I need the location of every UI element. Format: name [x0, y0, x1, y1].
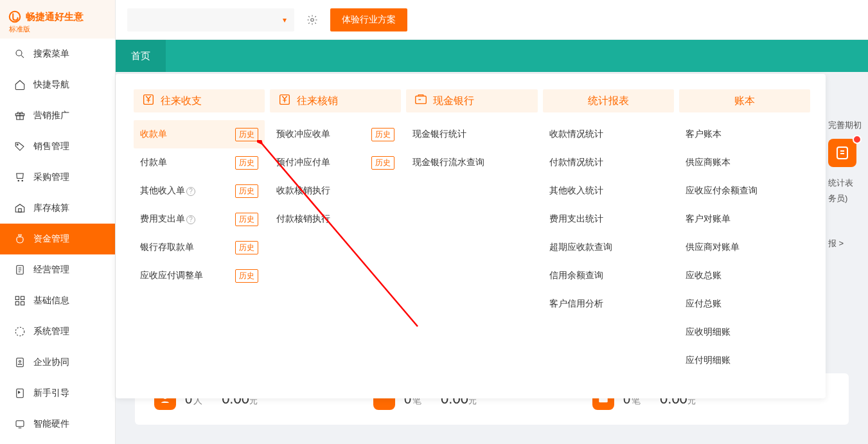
- mega-item-label: 应收总账: [686, 270, 722, 281]
- mega-item-label: 客户信用分析: [549, 298, 603, 310]
- mega-menu-item[interactable]: 银行存取款单历史: [134, 233, 265, 262]
- mega-menu-item[interactable]: 供应商对账单: [679, 233, 810, 262]
- mega-menu-item[interactable]: 收款单历史: [134, 120, 265, 148]
- help-icon[interactable]: ?: [186, 215, 195, 224]
- nav-quick-nav[interactable]: 快捷导航: [0, 69, 115, 100]
- right-float-area: 完善期初 统计表 务员) 报 >: [826, 116, 868, 253]
- mega-menu-item[interactable]: 收款核销执行: [270, 177, 401, 205]
- history-button[interactable]: 历史: [371, 128, 394, 141]
- float-tip-3[interactable]: 报 >: [826, 234, 868, 253]
- nav-hardware[interactable]: 智能硬件: [0, 409, 115, 440]
- grid-icon: [14, 295, 26, 306]
- mega-column: 统计报表收款情况统计付款情况统计其他收入统计费用支出统计超期应收款查询信用余额查…: [540, 89, 677, 383]
- mega-item-label: 其他收入统计: [549, 185, 603, 197]
- mega-menu-item[interactable]: 现金银行统计: [406, 120, 537, 148]
- mega-menu-item[interactable]: 付款核销执行: [270, 205, 401, 233]
- mega-menu-item[interactable]: 付款单历史: [134, 148, 265, 177]
- mega-header-text: 往来核销: [297, 94, 338, 108]
- mega-item-label: 付款情况统计: [549, 157, 603, 168]
- mega-header-icon: [414, 93, 428, 109]
- gear-icon: [306, 14, 318, 26]
- mega-menu-item[interactable]: 客户信用分析: [543, 290, 674, 318]
- mega-menu-item[interactable]: 付款情况统计: [543, 148, 674, 177]
- mega-menu-item[interactable]: 其他收入单?历史: [134, 177, 265, 205]
- svg-point-11: [15, 327, 24, 336]
- svg-point-4: [17, 144, 18, 145]
- history-button[interactable]: 历史: [235, 156, 258, 170]
- mega-menu-item[interactable]: 超期应收款查询: [543, 233, 674, 262]
- svg-point-13: [19, 360, 21, 362]
- nav-search-menu[interactable]: 搜索菜单: [0, 39, 115, 69]
- help-icon[interactable]: ?: [186, 187, 195, 196]
- brand-logo-icon: [8, 10, 22, 24]
- mega-menu-item[interactable]: 应收应付调整单历史: [134, 262, 265, 290]
- report-icon: [835, 145, 850, 161]
- history-button[interactable]: 历史: [371, 156, 394, 170]
- mega-column-header: 往来核销: [270, 89, 401, 112]
- history-button[interactable]: 历史: [235, 128, 258, 141]
- mega-menu-item[interactable]: 预收冲应收单历史: [270, 120, 401, 148]
- mega-menu-item[interactable]: 预付冲应付单历史: [270, 148, 401, 177]
- mega-menu-item[interactable]: 客户账本: [679, 120, 810, 148]
- nav-system[interactable]: 系统管理: [0, 316, 115, 347]
- nav-business[interactable]: 经营管理: [0, 254, 115, 285]
- nav-sales[interactable]: 销售管理: [0, 131, 115, 162]
- nav-funds[interactable]: 资金管理: [0, 224, 115, 254]
- org-select-value: [135, 15, 137, 24]
- nav-inventory[interactable]: 库存核算: [0, 193, 115, 224]
- mega-item-label: 付款单: [140, 157, 167, 168]
- home-icon: [14, 79, 26, 91]
- mega-menu-item[interactable]: 费用支出统计: [543, 205, 674, 233]
- mega-header-text: 往来收支: [161, 94, 202, 108]
- mega-menu-item[interactable]: 应付明细账: [679, 346, 810, 375]
- svg-rect-14: [17, 389, 24, 398]
- mega-menu-item[interactable]: 应付总账: [679, 290, 810, 318]
- svg-rect-5: [19, 209, 22, 212]
- mega-menu-item[interactable]: 信用余额查询: [543, 262, 674, 290]
- mega-item-label: 应收明细账: [686, 326, 731, 338]
- float-tip-1[interactable]: 完善期初: [826, 116, 868, 135]
- guide-icon: [14, 387, 26, 399]
- history-button[interactable]: 历史: [235, 184, 258, 198]
- mega-menu-item[interactable]: 供应商账本: [679, 148, 810, 177]
- history-button[interactable]: 历史: [235, 241, 258, 254]
- float-report-button[interactable]: [828, 139, 856, 167]
- mega-menu-item[interactable]: 收款情况统计: [543, 120, 674, 148]
- gift-icon: [14, 110, 26, 121]
- history-button[interactable]: 历史: [235, 213, 258, 226]
- settings-icon: [14, 326, 26, 337]
- tab-home[interactable]: 首页: [116, 40, 166, 72]
- nav-guide[interactable]: 新手引导: [0, 378, 115, 409]
- sidebar: 畅捷通好生意 标准版 搜索菜单 快捷导航 营销推广 销售管理 采购管理 库存核算…: [0, 0, 116, 444]
- nav-label: 资金管理: [33, 233, 69, 245]
- nav-label: 快捷导航: [33, 79, 69, 91]
- org-select[interactable]: ▾: [127, 8, 294, 31]
- history-button[interactable]: 历史: [235, 269, 258, 283]
- mega-header-text: 统计报表: [588, 94, 629, 108]
- mega-menu-item[interactable]: 其他收入统计: [543, 177, 674, 205]
- mega-menu-item[interactable]: 应收明细账: [679, 318, 810, 346]
- industry-plan-button[interactable]: 体验行业方案: [330, 8, 407, 31]
- mega-menu-item[interactable]: 客户对账单: [679, 205, 810, 233]
- mega-menu-item[interactable]: 应收应付余额查询: [679, 177, 810, 205]
- brand-edition: 标准版: [9, 24, 30, 34]
- nav-label: 经营管理: [33, 264, 69, 276]
- header-settings-button[interactable]: [302, 10, 323, 30]
- mega-menu-item[interactable]: 现金银行流水查询: [406, 148, 537, 177]
- nav-label: 销售管理: [33, 141, 69, 152]
- mega-column: 往来收支收款单历史付款单历史其他收入单?历史费用支出单?历史银行存取款单历史应收…: [131, 89, 267, 383]
- mega-item-label: 供应商对账单: [686, 242, 740, 253]
- mega-item-label: 应收应付调整单: [140, 270, 203, 281]
- svg-point-16: [311, 18, 314, 21]
- nav-label: 采购管理: [33, 172, 69, 183]
- mega-menu-item[interactable]: 应收总账: [679, 262, 810, 290]
- mega-column: 现金银行现金银行统计现金银行流水查询: [403, 89, 540, 383]
- nav-basic-info[interactable]: 基础信息: [0, 285, 115, 316]
- mega-item-label: 现金银行统计: [412, 129, 466, 140]
- nav-marketing[interactable]: 营销推广: [0, 100, 115, 131]
- nav-collab[interactable]: 企业协同: [0, 347, 115, 378]
- mega-item-label: 费用支出统计: [549, 213, 603, 225]
- mega-menu-item[interactable]: 费用支出单?历史: [134, 205, 265, 233]
- nav-purchase[interactable]: 采购管理: [0, 162, 115, 193]
- cart-icon: [14, 172, 26, 183]
